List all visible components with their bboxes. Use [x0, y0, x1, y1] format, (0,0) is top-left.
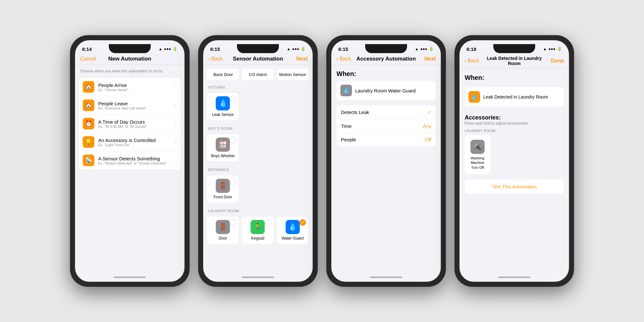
status-time-1: 6:14: [82, 46, 92, 52]
when-section-3: When: 💧 Laundry Room Water Guard: [331, 65, 441, 105]
status-time-2: 6:15: [210, 46, 220, 52]
section-kitchen: KITCHEN: [203, 81, 313, 90]
accessories-sub: Press and hold to adjust accessories.: [465, 121, 564, 126]
content-3: When: 💧 Laundry Room Water Guard Detects…: [331, 65, 441, 273]
chevron-right-icon: ›: [175, 102, 177, 108]
when-row-detail-4: 💧 Leak Detected in Laundry Room: [465, 87, 564, 107]
entrance-grid: 🚪 Front Door: [203, 173, 313, 205]
radio-keypad[interactable]: [265, 219, 271, 226]
nav-bar-3: ‹ Back Accessory Automation Next: [331, 54, 441, 65]
chevron-right-icon: ›: [175, 121, 177, 127]
appliances-row: 🔌 Washing Machine Turn Off: [465, 135, 564, 174]
list-item[interactable]: 💧 Leak Sensor: [207, 93, 239, 120]
chevron-right-icon: ›: [175, 139, 177, 145]
back-button-4[interactable]: ‹ Back: [465, 58, 481, 64]
accessory-name-3: Laundry Room Water Guard: [355, 88, 416, 93]
next-button-2[interactable]: Next: [291, 56, 308, 62]
home-indicator: [242, 277, 274, 278]
leak-detected-icon: 💧: [469, 91, 480, 103]
list-item[interactable]: 🔌 Washing Machine Turn Off: [465, 135, 490, 174]
condition-time[interactable]: Time Any: [336, 119, 436, 133]
accessory-icon-sq-3: 💧: [340, 85, 352, 96]
phone-3: 6:15 ▲ ●●● 🔋 ‹ Back Accessory Automation…: [327, 35, 446, 287]
radio-leak-sensor[interactable]: [230, 96, 236, 102]
when-detail-text: Leak Detected in Laundry Room: [483, 94, 548, 99]
front-door-icon: 🚪: [216, 179, 230, 193]
menu-item-title: An Accessory is Controlled: [98, 137, 171, 143]
chevron-right-icon: ›: [175, 84, 177, 90]
next-button-3[interactable]: Next: [420, 56, 436, 62]
phone-4: 6:18 ▲ ●●● 🔋 ‹ Back Leak Detected in Lau…: [455, 35, 574, 287]
list-item[interactable]: 🏠 People Leave Ex. "Everyone Has Left Ho…: [79, 96, 181, 115]
list-item[interactable]: ⏰ A Time of Day Occurs Ex. "At 8:00 AM" …: [79, 115, 181, 133]
page-title-2: Sensor Automation: [224, 56, 291, 62]
nav-bar-2: ‹ Back Sensor Automation Next: [203, 54, 313, 65]
status-time-4: 6:18: [467, 46, 476, 52]
kitchen-grid: 💧 Leak Sensor: [203, 90, 313, 123]
done-button-4[interactable]: Done: [548, 58, 564, 64]
laundry-section-label: LAUNDRY ROOM: [465, 129, 564, 133]
sensor-btn-coalarm[interactable]: CO Alarm: [242, 69, 274, 80]
cancel-button[interactable]: Cancel: [80, 56, 96, 62]
when-label-3: When:: [336, 70, 436, 78]
sensor-label: Keypad: [251, 236, 264, 241]
home-indicator: [370, 277, 402, 278]
list-item[interactable]: 🏠 People Arrive Ex. "I Arrive Home" ›: [79, 78, 181, 96]
menu-item-title: People Arrive: [98, 82, 171, 88]
content-2: Back Door CO Alarm Motion Sensor KITCHEN…: [203, 65, 313, 273]
appliance-label: Washing Machine Turn Off: [469, 156, 486, 170]
sensor-label: Front Door: [213, 195, 232, 199]
back-button-2[interactable]: ‹ Back: [208, 56, 224, 62]
condition-detects-leak[interactable]: Detects Leak ✓: [336, 105, 436, 119]
accessories-section-4: Accessories: Press and hold to adjust ac…: [459, 109, 569, 179]
home-indicator: [498, 277, 530, 278]
time-icon: ⏰: [83, 118, 94, 129]
list-item[interactable]: 💡 An Accessory is Controlled Ex. "Light …: [79, 133, 181, 151]
sensor-label: Boys Window: [211, 154, 235, 158]
list-item[interactable]: 🚪 Door: [207, 217, 239, 244]
accessory-icon: 💡: [83, 136, 94, 148]
sensor-btn-motion[interactable]: Motion Sensor: [277, 69, 309, 80]
list-item[interactable]: 📡 A Sensor Detects Something Ex. "Motion…: [79, 151, 181, 169]
when-label-4: When:: [465, 74, 564, 81]
automation-menu: 🏠 People Arrive Ex. "I Arrive Home" › 🏠 …: [79, 78, 181, 169]
people-arrive-icon: 🏠: [83, 81, 94, 93]
back-button-3[interactable]: ‹ Back: [336, 56, 353, 62]
list-item[interactable]: 🪟 Boys Window: [207, 134, 239, 161]
nav-bar-4: ‹ Back Leak Detected in Laundry Room Don…: [459, 54, 569, 69]
section-entrance: ENTRANCE: [203, 164, 313, 173]
check-icon: ✓: [427, 109, 431, 115]
sensor-label: Leak Sensor: [212, 112, 233, 117]
keypad-icon: 🏃: [251, 220, 265, 234]
sensor-btn-backdoor[interactable]: Back Door: [207, 69, 239, 80]
laundry-grid: 🚪 Door 🏃 Keypad 💧 Water Guard: [203, 214, 313, 246]
radio-water-guard[interactable]: [299, 219, 306, 226]
notch-1: [109, 44, 151, 53]
accessories-title: Accessories:: [465, 114, 564, 121]
condition-label: Time: [341, 123, 352, 129]
list-item[interactable]: 🚪 Front Door: [207, 175, 239, 203]
radio-door[interactable]: [230, 219, 236, 226]
menu-item-sub: Ex. "I Arrive Home": [98, 88, 171, 92]
test-automation-button[interactable]: Test This Automation: [465, 179, 564, 194]
boysroom-grid: 🪟 Boys Window: [203, 132, 313, 164]
subtitle-1: Choose when you want this automation to …: [75, 65, 185, 76]
home-bar-2: [203, 273, 313, 282]
list-item[interactable]: 💧 Water Guard: [277, 217, 308, 244]
radio-boys-window[interactable]: [230, 137, 236, 143]
condition-people[interactable]: People Off: [336, 133, 436, 146]
status-icons-1: ▲ ●●● 🔋: [158, 47, 177, 51]
door-icon: 🚪: [216, 220, 230, 234]
page-title-4: Leak Detected in Laundry Room: [481, 56, 548, 66]
status-icons-3: ▲ ●●● 🔋: [415, 47, 434, 51]
section-laundry: LAUNDRY ROOM: [203, 205, 313, 214]
home-bar-4: [459, 273, 569, 282]
sensor-label: Water Guard: [282, 236, 304, 241]
people-leave-icon: 🏠: [83, 99, 94, 111]
chevron-right-icon: ›: [175, 157, 177, 163]
sensor-label: Door: [219, 236, 227, 241]
when-section-4: When:: [459, 69, 569, 87]
list-item[interactable]: 🏃 Keypad: [242, 217, 273, 244]
radio-front-door[interactable]: [230, 178, 236, 185]
content-1: Choose when you want this automation to …: [75, 65, 185, 273]
